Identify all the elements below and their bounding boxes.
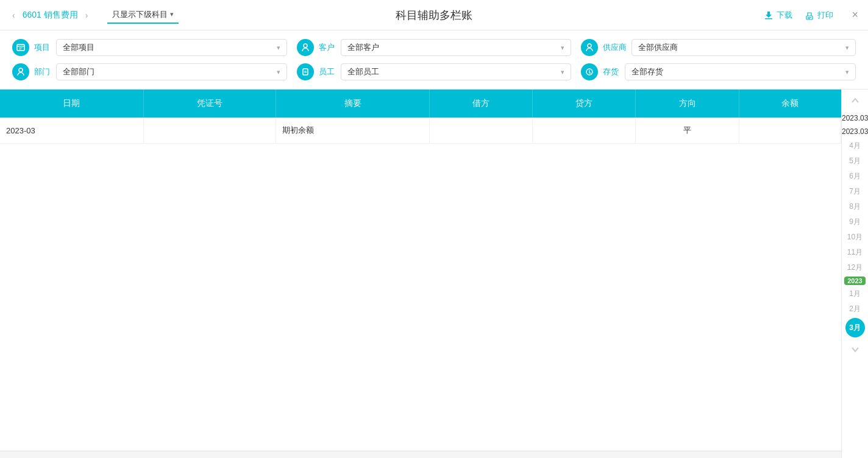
close-button[interactable]: ×	[852, 9, 858, 21]
main-content: 日期 凭证号 摘要 借方 贷方 方向 余额 2023-03 期初余额	[0, 90, 868, 458]
download-button[interactable]: 下载	[764, 10, 792, 21]
customer-select[interactable]: 全部客户 ▾	[341, 39, 572, 56]
department-icon	[12, 63, 29, 80]
sidebar-month-11[interactable]: 11月	[842, 245, 868, 260]
sidebar-down-button[interactable]	[842, 339, 868, 361]
col-direction: 方向	[636, 90, 739, 118]
filter-project: 项目 全部项目 ▾	[7, 35, 292, 60]
filter-department: 部门 全部部门 ▾	[7, 60, 292, 84]
customer-icon	[297, 39, 314, 56]
filter-customer: 客户 全部客户 ▾	[292, 35, 577, 60]
project-arrow: ▾	[277, 44, 280, 52]
print-label: 打印	[817, 10, 833, 21]
filter-inventory: 存货 全部存货 ▾	[576, 60, 861, 84]
project-select[interactable]: 全部项目 ▾	[56, 39, 287, 56]
year-badge[interactable]: 2023	[844, 277, 865, 285]
download-icon	[764, 10, 774, 20]
inventory-value: 全部存货	[631, 66, 663, 77]
up-arrow-icon	[849, 94, 861, 107]
employee-arrow: ▾	[561, 68, 564, 76]
nav-prev-button[interactable]: ‹	[10, 9, 18, 21]
sidebar-month-12[interactable]: 12月	[842, 260, 868, 275]
department-label: 部门	[34, 66, 51, 77]
cell-voucher	[143, 118, 276, 144]
sidebar-month-9[interactable]: 9月	[842, 214, 868, 230]
horizontal-scrollbar[interactable]	[0, 451, 868, 458]
table-wrapper[interactable]: 日期 凭证号 摘要 借方 贷方 方向 余额 2023-03 期初余额	[0, 90, 841, 451]
title-left: ‹ 6601 销售费用 › 只显示下级科目 ▾	[10, 7, 179, 24]
col-date: 日期	[0, 90, 143, 118]
supplier-arrow: ▾	[845, 44, 849, 52]
page-title: 科目辅助多栏账	[396, 8, 472, 23]
inventory-select[interactable]: 全部存货 ▾	[625, 63, 856, 80]
down-arrow-icon	[849, 344, 861, 356]
sidebar-month-5[interactable]: 5月	[842, 153, 868, 169]
department-value: 全部部门	[63, 66, 94, 77]
sidebar-up-button[interactable]	[842, 90, 868, 111]
department-arrow: ▾	[277, 68, 280, 76]
download-label: 下载	[777, 10, 792, 21]
active-month-badge[interactable]: 3月	[845, 318, 865, 337]
inventory-label: 存货	[603, 66, 620, 77]
title-bar: ‹ 6601 销售费用 › 只显示下级科目 ▾ 科目辅助多栏账 下载	[0, 0, 868, 30]
right-sidebar: 2023.03 2023.03 4月 5月 6月 7月 8月 9月 10月 11…	[841, 90, 868, 458]
show-sub-label: 只显示下级科目	[112, 9, 168, 20]
filter-bar: 项目 全部项目 ▾ 客户 全部客户 ▾ 供应商 全部供应商 ▾	[0, 30, 868, 90]
filter-supplier: 供应商 全部供应商 ▾	[576, 35, 861, 60]
sidebar-month-6[interactable]: 6月	[842, 169, 868, 184]
sidebar-month-10[interactable]: 10月	[842, 230, 868, 245]
project-label: 项目	[34, 42, 51, 53]
department-select[interactable]: 全部部门 ▾	[56, 63, 287, 80]
cell-debit	[430, 118, 533, 144]
employee-icon	[297, 63, 314, 80]
supplier-label: 供应商	[603, 42, 627, 53]
employee-label: 员工	[319, 66, 336, 77]
title-right: 下载 打印 ×	[764, 9, 858, 21]
cell-balance	[739, 118, 841, 144]
inventory-arrow: ▾	[845, 68, 849, 76]
print-icon	[805, 10, 814, 20]
inventory-icon	[581, 63, 598, 80]
ledger-table: 日期 凭证号 摘要 借方 贷方 方向 余额 2023-03 期初余额	[0, 90, 841, 144]
cell-summary: 期初余额	[276, 118, 430, 144]
col-credit: 贷方	[533, 90, 636, 118]
table-row: 2023-03 期初余额 平	[0, 118, 841, 144]
customer-arrow: ▾	[561, 44, 564, 52]
filter-employee: 员工 全部员工 ▾	[292, 60, 577, 84]
show-sub-arrow: ▾	[170, 10, 174, 18]
cell-direction: 平	[636, 118, 739, 144]
col-balance: 余额	[739, 90, 841, 118]
svg-rect-3	[808, 18, 810, 19]
sidebar-month-7[interactable]: 7月	[842, 184, 868, 199]
sidebar-month-4[interactable]: 4月	[842, 138, 868, 153]
svg-point-9	[19, 68, 23, 72]
supplier-value: 全部供应商	[638, 42, 678, 53]
employee-value: 全部员工	[347, 66, 379, 77]
sidebar-period-2[interactable]: 2023.03	[842, 125, 868, 138]
col-summary: 摘要	[276, 90, 430, 118]
project-value: 全部项目	[63, 42, 94, 53]
project-icon	[12, 39, 29, 56]
supplier-icon	[581, 39, 598, 56]
print-button[interactable]: 打印	[805, 10, 833, 21]
main-window: ‹ 6601 销售费用 › 只显示下级科目 ▾ 科目辅助多栏账 下载	[0, 0, 868, 458]
sidebar-month-1[interactable]: 1月	[842, 286, 868, 301]
sidebar-month-2[interactable]: 2月	[842, 301, 868, 317]
sidebar-period-1[interactable]: 2023.03	[842, 111, 868, 125]
col-voucher: 凭证号	[143, 90, 276, 118]
svg-point-8	[588, 44, 591, 48]
employee-select[interactable]: 全部员工 ▾	[341, 63, 572, 80]
cell-credit	[533, 118, 636, 144]
account-code: 6601 销售费用	[23, 10, 78, 21]
nav-next-button[interactable]: ›	[83, 9, 91, 21]
customer-label: 客户	[319, 42, 336, 53]
show-sub-selector[interactable]: 只显示下级科目 ▾	[107, 7, 179, 24]
svg-rect-10	[303, 69, 308, 75]
col-debit: 借方	[430, 90, 533, 118]
svg-rect-0	[765, 18, 772, 19]
customer-value: 全部客户	[347, 42, 379, 53]
svg-rect-2	[808, 17, 811, 18]
sidebar-month-8[interactable]: 8月	[842, 199, 868, 214]
supplier-select[interactable]: 全部供应商 ▾	[631, 39, 856, 56]
cell-date: 2023-03	[0, 118, 143, 144]
